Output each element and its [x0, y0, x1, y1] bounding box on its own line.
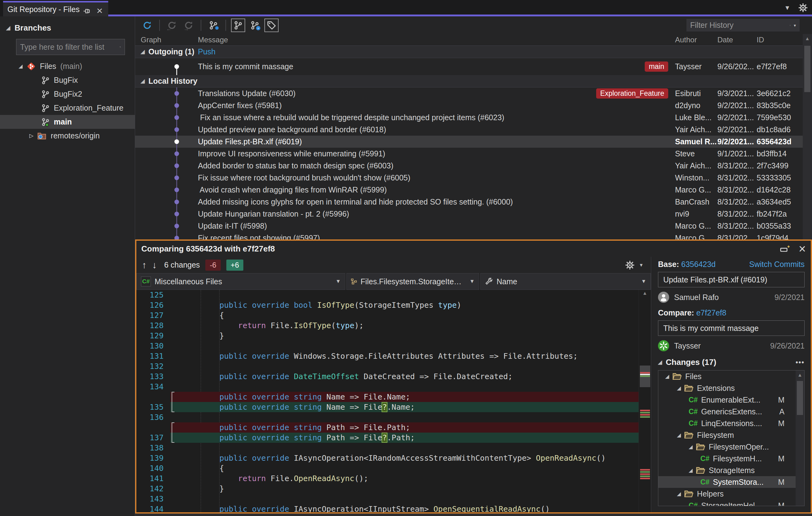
code-line: 128 return File.IsOfType(type);: [136, 321, 639, 331]
commit-row[interactable]: Added missing icons glyphs for open in t…: [135, 196, 812, 208]
overview-ruler[interactable]: ▲: [639, 290, 651, 512]
show-merges-toggle[interactable]: »: [248, 19, 262, 32]
expand-icon[interactable]: ▷: [29, 132, 33, 139]
local-history-section-row[interactable]: ◢ Local History: [135, 75, 812, 87]
column-header-message[interactable]: Message: [198, 35, 675, 44]
compare-branches-button[interactable]: [206, 19, 221, 32]
scroll-up-icon[interactable]: ▲: [795, 370, 804, 378]
tree-folder-helpers[interactable]: ◢ Helpers: [658, 488, 804, 499]
base-commit-link[interactable]: 6356423d: [681, 260, 716, 269]
tree-file[interactable]: C# StorageItemHel... M: [658, 499, 804, 506]
push-link[interactable]: Push: [198, 47, 215, 56]
pull-button[interactable]: →: [181, 19, 196, 32]
sidebar-item-branch-bugfix2[interactable]: BugFix2: [0, 87, 135, 101]
column-header-author[interactable]: Author: [675, 35, 717, 44]
gear-chevron-icon[interactable]: ▼: [639, 262, 643, 268]
scroll-up-icon[interactable]: ▲: [803, 34, 812, 41]
sidebar-item-branch-exploration-feature[interactable]: Exploration_Feature: [0, 101, 135, 115]
tree-folder-files[interactable]: ◢ Files: [658, 370, 804, 382]
commit-row[interactable]: Avoid crash when dragging files from Win…: [135, 184, 812, 196]
code-line-added: 137 public override string Path => File?…: [136, 432, 639, 443]
commit-row[interactable]: Fix issue where root background brush wo…: [135, 172, 812, 184]
code-line: 144 public override IAsyncOperation<IInp…: [136, 504, 639, 512]
base-commit-message-box[interactable]: Update Files.pt-BR.xlf (#6019): [658, 272, 805, 287]
tree-file[interactable]: C# GenericsExtens... A: [658, 406, 804, 418]
type-selector-dropdown[interactable]: Files.Filesystem.StorageItems.SystemStor…: [346, 273, 479, 290]
refresh-button[interactable]: [140, 19, 154, 32]
tree-file[interactable]: C# EnumerableExt... M: [658, 394, 804, 406]
document-tab[interactable]: Git Repository - Files ×: [3, 1, 108, 17]
branch-badge-main[interactable]: main: [645, 61, 668, 72]
column-header-date[interactable]: Date: [717, 35, 757, 44]
compare-commit-link[interactable]: e7f27ef8: [696, 308, 726, 317]
member-selector-dropdown[interactable]: Name ▼: [480, 273, 651, 290]
show-graph-toggle[interactable]: [231, 19, 245, 32]
outgoing-commit-row[interactable]: This is my commit massage main Taysser 9…: [135, 58, 812, 75]
branch-filter-box: [16, 39, 125, 55]
commit-row[interactable]: Fix an issue where a rebuild would be tr…: [135, 112, 812, 124]
sidebar-item-remotes[interactable]: ▷ remotes/origin: [0, 129, 135, 143]
diff-settings-gear-icon[interactable]: [625, 261, 635, 270]
diff-code-editor[interactable]: 125 126 public override bool IsOfType(St…: [136, 290, 639, 512]
code-line: 130: [136, 341, 639, 351]
tree-folder-storageitems[interactable]: ◢ StorageItems: [658, 464, 804, 476]
more-options-icon[interactable]: •••: [795, 358, 805, 366]
changes-section-header[interactable]: ◢ Changes (17) •••: [658, 358, 805, 367]
tree-folder-extensions[interactable]: ◢ Extensions: [658, 382, 804, 394]
search-icon[interactable]: [120, 43, 121, 51]
branch-filter-input[interactable]: [20, 43, 120, 52]
next-change-button[interactable]: ↓: [152, 260, 157, 270]
switch-commits-link[interactable]: Switch Commits: [749, 260, 805, 269]
branch-icon: [41, 90, 50, 98]
search-options-chevron-icon[interactable]: ▾: [794, 23, 796, 28]
tree-scrollbar[interactable]: ▲: [795, 370, 804, 506]
scroll-up-icon[interactable]: ▲: [639, 290, 651, 296]
window-chevron-down-icon[interactable]: ▼: [784, 4, 790, 11]
column-header-graph[interactable]: Graph: [135, 35, 198, 44]
commit-row-selected[interactable]: Update Files.pt-BR.xlf (#6019) Samuel R.…: [135, 135, 812, 148]
sidebar-item-repo[interactable]: ◢ Files (main): [0, 59, 135, 73]
settings-gear-icon[interactable]: [799, 3, 808, 12]
tree-file-selected[interactable]: C# SystemStora... M: [658, 476, 804, 488]
pin-icon[interactable]: [83, 7, 90, 15]
tree-file[interactable]: C# FilesystemH... M: [658, 453, 804, 464]
code-line-removed: public override string Name => File.Name…: [136, 392, 639, 402]
tree-folder-filesystemoperations[interactable]: ◢ FilesystemOper...: [658, 441, 804, 453]
show-tags-toggle[interactable]: [264, 19, 279, 32]
commit-row[interactable]: AppCenter fixes (#5981) d2dyno 9/2/2021.…: [135, 99, 812, 112]
commit-row[interactable]: Added border to status bar to match desi…: [135, 160, 812, 172]
scrollbar-thumb[interactable]: [804, 46, 810, 92]
sidebar-item-branch-bugfix[interactable]: BugFix: [0, 73, 135, 87]
tree-folder-filesystem[interactable]: ◢ Filesystem: [658, 429, 804, 441]
history-scrollbar[interactable]: ▲: [803, 34, 812, 239]
fetch-button[interactable]: ←: [165, 19, 179, 32]
commit-row[interactable]: Fix recent files not showing (#5997) Mar…: [135, 232, 812, 239]
file-selector-dropdown[interactable]: C# Miscellaneous Files ▼: [136, 273, 345, 290]
promote-window-icon[interactable]: [780, 244, 791, 253]
commit-row[interactable]: Improve UI responsiveness while enumerat…: [135, 148, 812, 160]
history-table-header: Graph Message Author Date ID: [135, 34, 812, 46]
diff-mark-added: [640, 471, 650, 473]
commit-row[interactable]: Translations Update (#6030)Exploration_F…: [135, 87, 812, 99]
folder-icon: [696, 466, 705, 474]
close-tab-icon[interactable]: ×: [96, 5, 103, 16]
commit-row[interactable]: Update it-IT (#5998) Marco G... 8/31/202…: [135, 220, 812, 232]
commit-row[interactable]: Updated preview pane background and bord…: [135, 124, 812, 135]
search-icon[interactable]: [790, 21, 791, 29]
remote-folder-icon: [37, 132, 47, 140]
diff-mark-added: [640, 476, 650, 477]
tree-file[interactable]: C# LinqExtensions.... M: [658, 418, 804, 429]
branches-header[interactable]: ◢ Branches: [0, 17, 135, 37]
commit-row[interactable]: Update Hungarian translation - pt. 2 (#5…: [135, 208, 812, 220]
sidebar-item-branch-main[interactable]: main: [0, 115, 135, 129]
history-filter-input[interactable]: [690, 21, 790, 30]
scrollbar-thumb[interactable]: [797, 381, 803, 415]
expand-icon[interactable]: ◢: [19, 63, 23, 69]
tag-icon: [267, 21, 276, 30]
compare-commit-message-box[interactable]: This is my commit massage: [658, 321, 805, 336]
branch-badge-exploration-feature[interactable]: Exploration_Feature: [596, 88, 668, 98]
column-header-id[interactable]: ID: [757, 35, 803, 44]
outgoing-section-row[interactable]: ◢ Outgoing (1) Push: [135, 46, 812, 58]
close-panel-icon[interactable]: ×: [799, 244, 806, 253]
previous-change-button[interactable]: ↑: [142, 260, 147, 270]
